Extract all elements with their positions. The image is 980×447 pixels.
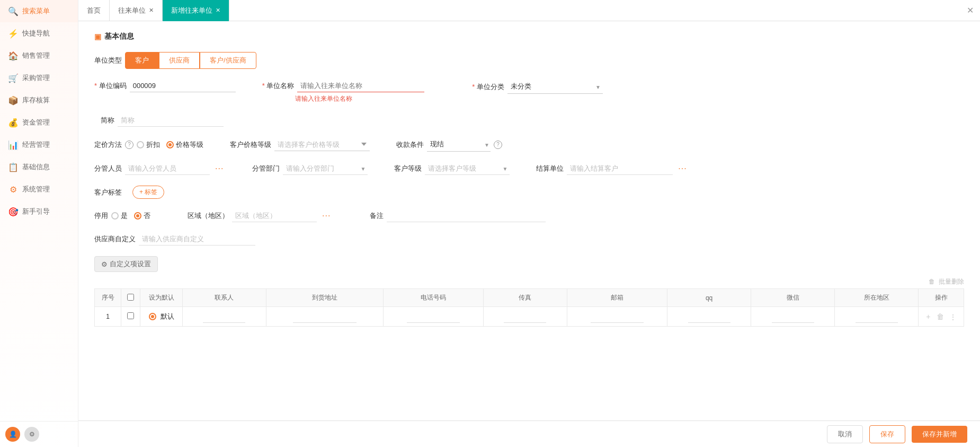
type-btn-supplier[interactable]: 供应商: [159, 52, 200, 69]
disabled-yes-radio[interactable]: [111, 212, 119, 220]
wechat-input[interactable]: [772, 310, 814, 323]
pricing-discount-option[interactable]: 折扣: [137, 140, 160, 150]
unit-info-row: 单位编码 单位名称 请输入往来单位名称 单位分类 未分类 ▼: [94, 80, 964, 103]
unit-category-select-wrapper: 未分类 ▼: [507, 80, 603, 94]
sidebar-item-quicknav[interactable]: ⚡ 快捷导航: [0, 22, 78, 45]
col-no: 序号: [95, 289, 121, 307]
col-email: 邮箱: [567, 289, 667, 307]
settlement-unit-field: 结算单位 ···: [536, 162, 689, 175]
sidebar-item-purchase[interactable]: 🛒 采购管理: [0, 67, 78, 89]
department-input[interactable]: [283, 162, 368, 175]
disabled-no-radio[interactable]: [134, 212, 141, 220]
pricing-pricelevel-option[interactable]: 价格等级: [166, 140, 203, 150]
department-field: 分管部门 ▼: [252, 162, 368, 175]
sidebar-item-operations[interactable]: 📊 经营管理: [0, 134, 78, 156]
address-input[interactable]: [293, 310, 357, 323]
drag-row-handle[interactable]: ⋮: [948, 313, 958, 321]
pricing-method-field: 定价方法 ? 折扣 价格等级: [94, 140, 203, 150]
default-radio[interactable]: [149, 313, 156, 320]
unit-category-field: 单位分类 未分类 ▼: [472, 80, 603, 94]
payment-terms-chevron: ▼: [484, 142, 489, 147]
payment-terms-field: 收款条件 现结 ▼ ?: [396, 137, 502, 152]
user-avatar[interactable]: 👤: [5, 427, 20, 442]
main-area: 首页 往来单位 ✕ 新增往来单位 ✕ ✕ ▣ 基本信息 单位类型 客户 供应商 …: [78, 0, 980, 447]
manager-field: 分管人员 ···: [94, 162, 226, 175]
sidebar-bottom: 👤 ⚙: [0, 421, 78, 447]
cell-wechat: [751, 307, 835, 327]
short-name-input[interactable]: [118, 114, 224, 127]
remarks-input[interactable]: [387, 209, 546, 222]
region-more-btn[interactable]: ···: [320, 211, 333, 221]
sidebar-item-inventory[interactable]: 📦 库存核算: [0, 89, 78, 111]
contact-input[interactable]: [203, 310, 245, 323]
sidebar-item-sales[interactable]: 🏠 销售管理: [0, 45, 78, 67]
row-checkbox[interactable]: [127, 312, 134, 319]
manager-row: 分管人员 ··· 分管部门 ▼ 客户等级 ▼ 结算单位: [94, 162, 964, 175]
sidebar-item-search[interactable]: 🔍 搜索菜单: [0, 0, 78, 22]
unit-code-input[interactable]: [130, 80, 236, 92]
payment-terms-help[interactable]: ?: [494, 141, 502, 149]
fax-input[interactable]: [504, 310, 546, 323]
manager-input[interactable]: [125, 162, 210, 175]
pricing-discount-radio[interactable]: [137, 141, 144, 148]
sidebar-item-basicinfo[interactable]: 📋 基础信息: [0, 156, 78, 178]
customer-price-level-select[interactable]: 请选择客户价格等级: [274, 138, 370, 151]
batch-delete-label[interactable]: 批量删除: [939, 278, 964, 285]
tab-counterparty[interactable]: 往来单位 ✕: [110, 0, 163, 21]
window-close-button[interactable]: ✕: [960, 0, 980, 21]
customer-tag-label: 客户标签: [94, 188, 122, 197]
default-radio-item[interactable]: 默认: [146, 312, 177, 321]
disabled-no-option[interactable]: 否: [134, 211, 150, 221]
save-new-button[interactable]: 保存并新增: [912, 426, 967, 443]
payment-terms-value[interactable]: 现结: [427, 137, 491, 152]
sidebar-item-label: 库存核算: [22, 95, 50, 105]
col-action: 操作: [919, 289, 964, 307]
settlement-unit-input[interactable]: [567, 162, 673, 175]
qq-input[interactable]: [688, 310, 730, 323]
tab-new-counterparty-close[interactable]: ✕: [216, 7, 220, 14]
settlement-unit-more-btn[interactable]: ···: [676, 164, 689, 173]
sidebar-item-system[interactable]: ⚙ 系统管理: [0, 178, 78, 200]
customer-price-level-field: 客户价格等级 请选择客户价格等级: [230, 138, 370, 151]
table-header-row: 序号 设为默认 联系人 到货地址 电话号码 传真 邮箱 qq 微信 所在地区 操…: [95, 289, 964, 307]
default-label: 默认: [161, 312, 174, 321]
type-btn-both[interactable]: 客户/供应商: [200, 52, 256, 69]
sales-icon: 🏠: [8, 51, 18, 60]
custom-settings-button[interactable]: ⚙ 自定义项设置: [94, 256, 158, 272]
customer-price-level-label: 客户价格等级: [230, 140, 271, 150]
select-all-checkbox[interactable]: [127, 294, 134, 301]
settings-bottom-icon[interactable]: ⚙: [24, 427, 39, 442]
pricing-pricelevel-radio[interactable]: [166, 141, 174, 148]
region-input[interactable]: [232, 209, 317, 222]
add-tag-button[interactable]: + 标签: [132, 186, 164, 199]
delete-row-button[interactable]: 🗑: [934, 312, 946, 321]
phone-input[interactable]: [407, 310, 460, 323]
add-row-button[interactable]: +: [924, 312, 932, 321]
type-btn-customer[interactable]: 客户: [125, 52, 159, 69]
location-input[interactable]: [856, 310, 898, 323]
tab-counterparty-close[interactable]: ✕: [149, 7, 154, 14]
manager-label: 分管人员: [94, 164, 122, 173]
save-button[interactable]: 保存: [869, 425, 905, 443]
cell-contact: [183, 307, 266, 327]
tab-home[interactable]: 首页: [78, 0, 110, 21]
tab-new-counterparty[interactable]: 新增往来单位 ✕: [163, 0, 229, 21]
sidebar-item-finance[interactable]: 💰 资金管理: [0, 111, 78, 134]
sidebar-item-newguide[interactable]: 🎯 新手引导: [0, 200, 78, 223]
supplier-custom-input[interactable]: [139, 233, 255, 246]
cancel-button[interactable]: 取消: [827, 425, 863, 443]
sidebar-item-label: 采购管理: [22, 73, 50, 83]
contact-table: 序号 设为默认 联系人 到货地址 电话号码 传真 邮箱 qq 微信 所在地区 操…: [94, 288, 964, 327]
newguide-icon: 🎯: [8, 207, 18, 216]
unit-name-input[interactable]: [297, 80, 424, 92]
pricing-help-icon[interactable]: ?: [125, 141, 133, 149]
disabled-yes-option[interactable]: 是: [111, 211, 128, 221]
manager-more-btn[interactable]: ···: [213, 164, 226, 173]
email-input[interactable]: [591, 310, 644, 323]
customer-price-level-wrapper: 请选择客户价格等级: [274, 138, 370, 151]
disabled-row: 停用 是 否 区域（地区） ··· 备注: [94, 209, 964, 222]
customer-level-input[interactable]: [425, 162, 510, 175]
search-menu-icon: 🔍: [8, 6, 18, 16]
system-icon: ⚙: [8, 185, 18, 194]
unit-category-value[interactable]: 未分类: [507, 80, 603, 94]
